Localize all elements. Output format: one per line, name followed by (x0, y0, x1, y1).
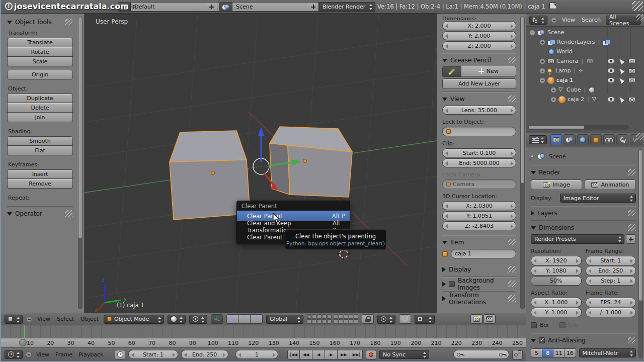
selectability-toggle-icon[interactable] (618, 58, 624, 65)
add-preset-button[interactable] (626, 234, 636, 244)
jump-to-start-button[interactable]: |◀◀ (287, 350, 300, 359)
grease-pencil-panel-header[interactable]: Grease Pencil (442, 56, 516, 65)
selectability-toggle-icon[interactable] (618, 77, 624, 84)
dimension-y-field[interactable]: Y: 2.000 (442, 31, 516, 40)
fps-base-field[interactable]: /: 1.000 (586, 308, 636, 317)
aa-filter-dropdown[interactable]: Mitchell-Netr (579, 348, 636, 357)
material-icon[interactable] (589, 87, 595, 93)
manipulator-scale-button[interactable] (251, 314, 263, 324)
layer-cell[interactable] (322, 319, 327, 324)
expand-icon[interactable]: + (550, 87, 556, 93)
aa-samples-11-button[interactable]: 11 (553, 348, 565, 357)
add-scene-button[interactable] (308, 2, 319, 12)
scale-button[interactable]: Scale (7, 57, 73, 66)
layer-block-2[interactable] (334, 314, 358, 324)
properties-scrollbar[interactable] (638, 149, 643, 358)
tab-object[interactable] (590, 134, 602, 145)
layer-cell[interactable] (327, 319, 332, 324)
dimension-z-field[interactable]: Z: 2.000 (442, 41, 516, 50)
scrollbar-thumb[interactable] (78, 17, 82, 238)
playhead-knob[interactable] (19, 339, 27, 346)
duplicate-window-icon[interactable] (549, 3, 557, 9)
expand-icon[interactable]: + (539, 39, 545, 45)
duplicate-button[interactable]: Duplicate (7, 94, 73, 103)
scrollbar-thumb[interactable] (521, 17, 524, 183)
viewport-shading-dropdown[interactable] (168, 315, 186, 324)
anti-aliasing-checkbox[interactable] (539, 337, 545, 343)
outliner-hscrollbar[interactable] (528, 125, 629, 130)
cursor-y-field[interactable]: Y: 1.0951 (442, 211, 516, 220)
layer-cell[interactable] (317, 319, 321, 324)
auto-keyframe-button[interactable] (366, 350, 376, 359)
panel-drag-corner[interactable] (508, 96, 516, 102)
collapse-icon[interactable]: − (539, 77, 545, 83)
clip-end-field[interactable]: End: 5000.000 (442, 158, 516, 167)
outliner-row-cube[interactable]: + Cube | (526, 85, 644, 95)
grease-pencil-draw-button[interactable] (442, 66, 461, 77)
selectability-toggle-icon[interactable] (618, 67, 624, 74)
panel-drag-corner[interactable] (65, 19, 72, 25)
current-frame-field[interactable]: 1 (235, 350, 279, 359)
tab-scene[interactable] (564, 134, 575, 145)
outliner-row-lamp[interactable]: + Lamp | ✜ (526, 66, 644, 75)
pin-icon[interactable] (530, 154, 534, 158)
insert-keyframe-button[interactable]: Insert (7, 169, 73, 179)
snap-toggle-button[interactable] (399, 314, 411, 324)
manipulator-rotate-button[interactable] (238, 314, 251, 324)
delete-keyframe-button[interactable] (512, 350, 523, 359)
rotate-button[interactable]: Rotate (7, 47, 73, 57)
collapse-menus-icon[interactable] (26, 351, 32, 357)
frame-start-field[interactable]: Start: 1 (586, 256, 636, 265)
tab-constraints[interactable] (603, 134, 615, 145)
lens-field[interactable]: Lens: 35.000 (442, 106, 516, 115)
display-panel-header[interactable]: Display (442, 265, 516, 274)
mode-dropdown[interactable]: Object Mode (104, 315, 164, 324)
cursor-x-field[interactable]: X: 2.0300 (442, 201, 516, 210)
expand-icon[interactable]: + (539, 58, 545, 64)
layer-cell[interactable] (312, 314, 316, 319)
layer-cell[interactable] (322, 314, 327, 319)
expand-icon[interactable]: + (550, 97, 556, 103)
layer-cell[interactable] (334, 314, 338, 319)
layer-cell[interactable] (307, 314, 311, 319)
timeline-view-menu[interactable]: View (35, 351, 51, 358)
layer-cell[interactable] (307, 319, 311, 324)
play-button[interactable]: ▶ (325, 350, 338, 359)
select-menu[interactable]: Select (55, 316, 75, 322)
outliner-row-scene[interactable]: − Scene (526, 28, 644, 37)
panel-drag-corner[interactable] (628, 210, 635, 216)
aspect-x-field[interactable]: X: 1.000 (531, 298, 582, 307)
preview-range-button[interactable] (115, 350, 125, 359)
region-corner[interactable] (636, 14, 644, 21)
view-panel-header[interactable]: View (442, 95, 516, 104)
scrollbar-thumb[interactable] (639, 150, 642, 301)
timeline-region[interactable]: 1020304050607080901001101201301401501601… (1, 325, 526, 347)
region-corner[interactable] (636, 133, 644, 140)
aa-samples-16-button[interactable]: 16 (565, 348, 576, 357)
proportional-edit-dropdown[interactable] (377, 315, 395, 324)
help-menu-fragment[interactable]: lp (131, 3, 136, 10)
add-new-layer-button[interactable]: Add New Layer (442, 78, 516, 89)
grease-pencil-new-button[interactable]: New (461, 66, 516, 76)
tab-world[interactable] (577, 134, 589, 145)
crop-checkbox[interactable] (559, 322, 566, 328)
play-reverse-button[interactable]: ◀ (312, 350, 325, 359)
outliner-row-renderlayers[interactable]: + RenderLayers | (526, 37, 644, 47)
cursor-z-field[interactable]: Z: -2.8403 (442, 221, 516, 230)
renderability-toggle-icon[interactable] (628, 59, 635, 64)
camera-data-icon[interactable] (586, 59, 593, 64)
render-panel-header[interactable]: Render (531, 168, 636, 177)
layer-cell[interactable] (349, 314, 353, 319)
visibility-toggle-icon[interactable] (608, 97, 614, 102)
tab-render[interactable] (550, 134, 562, 145)
render-animation-button[interactable] (484, 314, 496, 324)
dimensions-panel-header[interactable]: Dimensions (531, 223, 636, 232)
panel-drag-corner[interactable] (508, 295, 516, 302)
background-images-checkbox[interactable] (449, 281, 455, 287)
frame-step-field[interactable]: Step: 1 (586, 276, 636, 286)
visibility-toggle-icon[interactable] (608, 78, 614, 82)
remove-keyframe-button[interactable]: Remove (7, 179, 73, 189)
editor-type-dropdown[interactable] (5, 315, 23, 324)
npanel-scrollbar[interactable] (520, 17, 525, 309)
render-still-button[interactable] (470, 314, 482, 324)
